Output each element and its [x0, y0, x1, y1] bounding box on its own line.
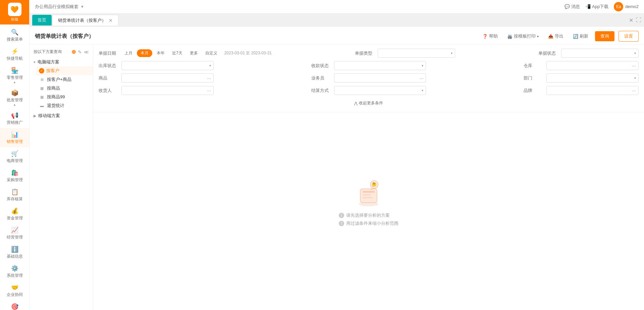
tree-item-by-customer-goods[interactable]: ⊞ 按客户+商品	[36, 75, 93, 84]
sidebar-item-wholesale[interactable]: 📦 批发管理 ▲	[0, 87, 29, 109]
tab-sales-stat[interactable]: 销货单统计表（按客户） ✕	[52, 15, 118, 25]
edit-scheme-icon[interactable]: ✎	[78, 49, 82, 55]
bar-chart-icon: ▬	[39, 104, 45, 108]
dept-select[interactable]	[546, 73, 639, 83]
tree-item-by-goods[interactable]: ▦ 按商品	[36, 84, 93, 93]
svg-rect-2	[363, 191, 375, 193]
top-header: 办公用品行业模拟账套 ▾ 💬 消息 📲 App下载 Ea demo2	[30, 0, 644, 13]
sidebar-item-retail[interactable]: 🏪 零售管理 ▲	[0, 64, 29, 87]
warehouse-input[interactable]	[546, 61, 639, 70]
help-button[interactable]: ❓ 帮助	[480, 32, 500, 41]
user-menu-button[interactable]: Ea demo2	[614, 2, 639, 11]
table-icon-1: ▦	[39, 86, 45, 91]
date-btn-custom[interactable]: 自定义	[202, 49, 220, 57]
goods-input[interactable]	[121, 73, 214, 83]
date-btn-more[interactable]: 更多	[187, 49, 201, 57]
sidebar-item-inventory[interactable]: 📋 库存核算	[0, 186, 29, 205]
sidebar-item-search[interactable]: 🔍 搜索菜单	[0, 26, 29, 45]
workspace-label: 办公用品行业模拟账套	[35, 4, 78, 10]
tree-item-by-customer[interactable]: ✓ 按客户	[36, 66, 93, 75]
export-button[interactable]: 📤 导出	[545, 32, 566, 41]
date-btn-this-month[interactable]: 本月	[137, 49, 152, 57]
finance-icon: 💰	[11, 207, 18, 215]
quick-nav-icon: ⚡	[11, 48, 18, 55]
add-scheme-icon[interactable]: ⊕	[71, 49, 76, 55]
goods-input-wrap: ···	[121, 73, 214, 83]
logo-icon: 🧡	[8, 3, 21, 16]
page-content: 销货单统计表（按客户） ❓ 帮助 🖨️ 按模板打印 ▾ 📤 导出 🔄 刷新	[30, 27, 644, 310]
close-window-icon[interactable]: ✕	[629, 17, 633, 23]
out-status-select[interactable]	[121, 61, 214, 70]
query-button[interactable]: 查询	[595, 31, 614, 41]
sidebar-item-basic[interactable]: ℹ️ 基础信息	[0, 243, 29, 262]
logo-area[interactable]: 🧡 标版	[0, 0, 29, 24]
sidebar-item-cooperation[interactable]: 🤝 企业协同	[0, 281, 29, 300]
tree-collapse-icon: ▶	[34, 114, 36, 118]
header-right: 💬 消息 📲 App下载 Ea demo2	[565, 2, 639, 11]
tree-expand-icon: ▾	[34, 60, 36, 64]
sidebar-nav: 🔍 搜索菜单 ⚡ 快捷导航 🏪 零售管理 ▲ 📦 批发管理 ▲ 📢 营销推广 📊…	[0, 24, 29, 310]
collapse-conditions-button[interactable]: ⋀ 收起更多条件	[99, 98, 639, 108]
left-panel-header: 按以下方案查询 ⊕ ✎ ≪	[30, 47, 93, 58]
date-btn-7days[interactable]: 近7天	[169, 49, 185, 57]
sidebar-item-quick-nav[interactable]: ⚡ 快捷导航	[0, 45, 29, 64]
settle-select[interactable]	[334, 86, 426, 95]
filter-row-2: 出库状态 ▾ 收款状态	[99, 61, 639, 70]
right-panel: 单据日期 上月 本月 本年 近7天 更多 自定义 2023-03-01 至 20…	[93, 45, 644, 310]
inventory-icon: 📋	[11, 188, 18, 196]
marketing-icon: 📢	[11, 112, 18, 119]
message-button[interactable]: 💬 消息	[565, 4, 580, 10]
tab-home[interactable]: 首页	[32, 15, 52, 25]
tab-close-button[interactable]: ✕	[109, 18, 113, 23]
sidebar-item-marketing[interactable]: 📢 营销推广	[0, 109, 29, 128]
tree-group-mobile[interactable]: ▶ 移动端方案	[30, 111, 93, 120]
staff-input[interactable]	[334, 73, 426, 83]
print-button[interactable]: 🖨️ 按模板打印 ▾	[504, 32, 541, 41]
goods-dots[interactable]: ···	[207, 75, 211, 81]
order-type-select[interactable]	[378, 49, 455, 58]
receiver-input-wrap: ···	[121, 86, 214, 95]
filter-row-4: 收货人 ··· 结算方式 ▾	[99, 86, 639, 95]
date-btn-this-year[interactable]: 本年	[154, 49, 168, 57]
collapse-up-icon: ⋀	[354, 101, 358, 106]
payment-status-select-wrap: ▾	[334, 61, 426, 70]
sidebar-item-newbie[interactable]: 🎯 新手引导	[0, 300, 29, 310]
order-status-select[interactable]	[561, 49, 639, 58]
export-icon: 📤	[548, 34, 553, 39]
empty-hint-2: 2 用过滤条件来缩小分析范围	[339, 220, 398, 226]
sidebar-item-purchase[interactable]: 🛍️ 采购管理	[0, 166, 29, 186]
message-icon: 💬	[565, 4, 570, 9]
page-header: 销货单统计表（按客户） ❓ 帮助 🖨️ 按模板打印 ▾ 📤 导出 🔄 刷新	[30, 27, 644, 45]
sidebar-item-finance[interactable]: 💰 资金管理	[0, 205, 29, 224]
tree-group-pc[interactable]: ▾ 电脑端方案	[30, 58, 93, 66]
page-actions: ❓ 帮助 🖨️ 按模板打印 ▾ 📤 导出 🔄 刷新 查询 设置	[480, 31, 639, 42]
logo-emoji: 🧡	[10, 5, 19, 13]
print-icon: 🖨️	[507, 34, 513, 39]
search-icon: 🔍	[11, 29, 18, 36]
staff-dots[interactable]: ···	[420, 75, 424, 81]
download-icon: 📲	[585, 4, 591, 9]
wholesale-expand-icon: ▲	[13, 103, 16, 106]
collapse-panel-icon[interactable]: ≪	[84, 49, 89, 55]
tree-item-by-goods-99[interactable]: ▦ 按商品99	[36, 93, 93, 101]
app-download-button[interactable]: 📲 App下载	[585, 4, 608, 10]
maximize-window-icon[interactable]: ⛶	[636, 17, 641, 23]
workspace-dropdown-icon[interactable]: ▾	[81, 4, 84, 9]
brand-dots[interactable]: ···	[632, 88, 636, 93]
sidebar-item-sales[interactable]: 📊 销售管理	[0, 128, 29, 147]
receiver-input[interactable]	[121, 86, 214, 95]
left-panel: 按以下方案查询 ⊕ ✎ ≪ ▾ 电脑端方案 ✓	[30, 45, 93, 310]
brand-input[interactable]	[546, 86, 639, 95]
receiver-dots[interactable]: ···	[207, 88, 211, 93]
tree-item-refund-stat[interactable]: ▬ 退货统计	[36, 101, 93, 110]
settings-button[interactable]: 设置	[619, 31, 639, 42]
empty-illustration: 🤔	[352, 176, 385, 210]
date-btn-last-month[interactable]: 上月	[121, 49, 136, 57]
warehouse-dots[interactable]: ···	[632, 63, 636, 68]
refresh-button[interactable]: 🔄 刷新	[570, 32, 591, 41]
sidebar-item-ecommerce[interactable]: 🛒 电商管理	[0, 147, 29, 166]
body-layout: 按以下方案查询 ⊕ ✎ ≪ ▾ 电脑端方案 ✓	[30, 45, 644, 310]
sidebar-item-operations[interactable]: 📈 经营管理	[0, 224, 29, 243]
sidebar-item-system[interactable]: ⚙️ 系统管理	[0, 262, 29, 281]
payment-status-select[interactable]	[334, 61, 426, 70]
